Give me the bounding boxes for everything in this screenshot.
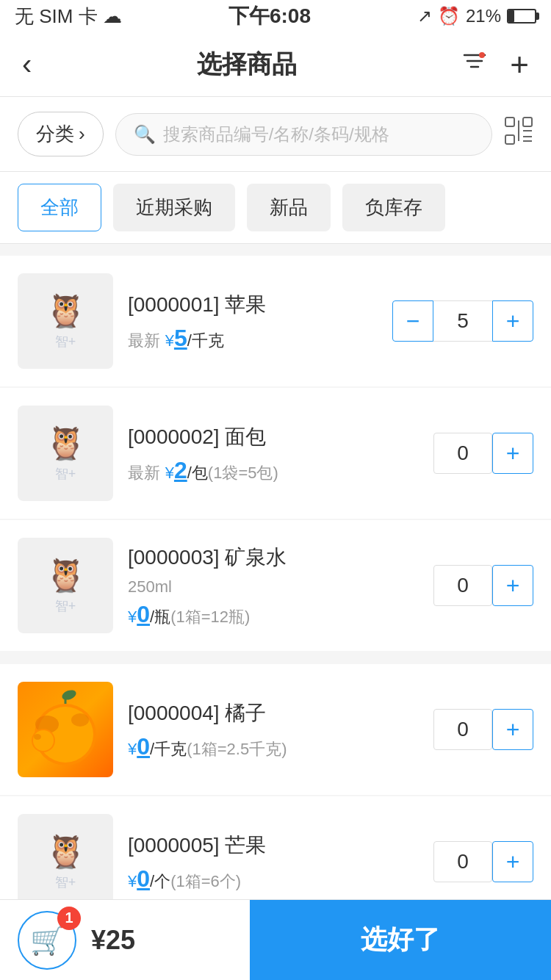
quantity-control-p3: +	[433, 565, 533, 606]
svg-rect-5	[523, 118, 532, 126]
back-button[interactable]: ‹	[22, 48, 32, 81]
product-price-p5: ¥0/个(1箱=6个)	[128, 865, 419, 893]
product-info-p4: [0000004] 橘子 ¥0/千克(1箱=2.5千克)	[128, 699, 419, 760]
cart-icon: 🛒	[30, 924, 65, 956]
category-arrow-icon: ›	[79, 123, 85, 145]
alarm-icon: ⏰	[438, 6, 460, 26]
quantity-plus-p4[interactable]: +	[492, 709, 533, 750]
quantity-control-p5: +	[433, 841, 533, 882]
product-name-p2: [0000002] 面包	[128, 423, 419, 451]
search-placeholder: 搜索商品编号/名称/条码/规格	[163, 123, 389, 146]
product-info-p2: [0000002] 面包 最新 ¥2/包(1袋=5包)	[128, 423, 419, 484]
svg-point-3	[479, 52, 485, 58]
placeholder-owl-icon: 🦉	[46, 292, 86, 330]
status-right: ↗ ⏰ 21%	[417, 6, 536, 26]
placeholder-owl-icon: 🦉	[46, 556, 86, 594]
product-price-p4: ¥0/千克(1箱=2.5千克)	[128, 733, 419, 760]
placeholder-brand-text: 智+	[55, 465, 76, 483]
search-icon: 🔍	[134, 124, 156, 145]
bottom-bar: 🛒 1 ¥25 选好了	[0, 899, 551, 980]
tab-negative[interactable]: 负库存	[342, 184, 445, 231]
sim-status: 无 SIM 卡 ☁	[15, 4, 122, 29]
quantity-input-p3[interactable]	[433, 565, 492, 606]
quantity-control-p2: +	[433, 433, 533, 474]
cart-icon-button[interactable]: 🛒 1	[18, 911, 76, 970]
orange-image-svg	[18, 682, 113, 777]
svg-point-19	[34, 734, 41, 740]
product-image-p4	[18, 682, 113, 777]
product-image-p1: 🦉 智+	[18, 273, 113, 369]
product-spec-p3: 250ml	[128, 577, 419, 597]
placeholder-brand-text: 智+	[55, 873, 76, 891]
location-icon: ↗	[417, 6, 432, 26]
placeholder-owl-icon: 🦉	[46, 832, 86, 871]
product-image-p5: 🦉 智+	[18, 814, 113, 909]
quantity-minus-p1[interactable]: −	[392, 300, 433, 342]
cart-total-price: ¥25	[91, 925, 135, 956]
product-list: 🦉 智+ [0000001] 苹果 最新 ¥5/千克 − + 🦉 智+	[0, 256, 551, 980]
tab-recent[interactable]: 近期采购	[113, 184, 235, 231]
quantity-plus-p1[interactable]: +	[492, 300, 533, 342]
category-label: 分类	[36, 121, 74, 147]
product-image-p3: 🦉 智+	[18, 538, 113, 633]
category-button[interactable]: 分类 ›	[18, 112, 104, 156]
product-item-p2: 🦉 智+ [0000002] 面包 最新 ¥2/包(1袋=5包) +	[0, 388, 551, 519]
quantity-input-p1[interactable]	[433, 300, 492, 342]
filter-bar: 分类 › 🔍 搜索商品编号/名称/条码/规格	[0, 97, 551, 172]
quantity-plus-p3[interactable]: +	[492, 565, 533, 606]
quantity-input-p2[interactable]	[433, 433, 492, 474]
status-left: 无 SIM 卡 ☁	[15, 4, 122, 29]
product-image-p2: 🦉 智+	[18, 406, 113, 501]
add-icon[interactable]: +	[510, 46, 529, 83]
filter-icon[interactable]	[461, 48, 488, 81]
quantity-control-p4: +	[433, 709, 533, 750]
tab-all[interactable]: 全部	[18, 184, 101, 231]
placeholder-brand-text: 智+	[55, 597, 76, 615]
cart-section: 🛒 1 ¥25	[0, 911, 250, 970]
section-divider-2	[0, 652, 551, 664]
product-item-p1: 🦉 智+ [0000001] 苹果 最新 ¥5/千克 − +	[0, 256, 551, 386]
battery-icon	[507, 9, 536, 24]
section-divider	[0, 244, 551, 256]
confirm-button[interactable]: 选好了	[250, 900, 551, 981]
product-name-p4: [0000004] 橘子	[128, 699, 419, 727]
cart-badge: 1	[57, 907, 81, 930]
svg-point-16	[61, 688, 78, 702]
page-title: 选择商品	[197, 48, 297, 82]
product-name-p5: [0000005] 芒果	[128, 832, 419, 860]
product-info-p5: [0000005] 芒果 ¥0/个(1箱=6个)	[128, 832, 419, 893]
product-item-p3: 🦉 智+ [0000003] 矿泉水 250ml ¥0/瓶(1箱=12瓶) +	[0, 520, 551, 651]
nav-right-actions: +	[461, 46, 529, 83]
battery-percent: 21%	[466, 6, 501, 26]
product-name-p1: [0000001] 苹果	[128, 291, 378, 319]
tabs-bar: 全部 近期采购 新品 负库存	[0, 172, 551, 244]
svg-point-18	[33, 730, 54, 751]
status-time: 下午6:08	[228, 2, 311, 30]
status-bar: 无 SIM 卡 ☁ 下午6:08 ↗ ⏰ 21%	[0, 0, 551, 32]
quantity-plus-p2[interactable]: +	[492, 433, 533, 474]
product-price-p2: 最新 ¥2/包(1袋=5包)	[128, 457, 419, 484]
search-box[interactable]: 🔍 搜索商品编号/名称/条码/规格	[115, 113, 492, 156]
placeholder-owl-icon: 🦉	[46, 424, 86, 462]
product-price-p1: 最新 ¥5/千克	[128, 325, 378, 352]
svg-rect-6	[505, 135, 514, 144]
svg-point-14	[71, 713, 89, 727]
quantity-plus-p5[interactable]: +	[492, 841, 533, 882]
quantity-input-p4[interactable]	[433, 709, 492, 750]
product-info-p1: [0000001] 苹果 最新 ¥5/千克	[128, 291, 378, 352]
product-price-p3: ¥0/瓶(1箱=12瓶)	[128, 601, 419, 628]
placeholder-brand-text: 智+	[55, 333, 76, 350]
tab-new[interactable]: 新品	[247, 184, 331, 231]
product-info-p3: [0000003] 矿泉水 250ml ¥0/瓶(1箱=12瓶)	[128, 544, 419, 628]
quantity-control-p1: − +	[392, 300, 533, 342]
svg-rect-4	[505, 118, 514, 126]
product-item-p4: [0000004] 橘子 ¥0/千克(1箱=2.5千克) +	[0, 664, 551, 795]
quantity-input-p5[interactable]	[433, 841, 492, 882]
nav-bar: ‹ 选择商品 +	[0, 32, 551, 97]
product-name-p3: [0000003] 矿泉水	[128, 544, 419, 572]
scan-icon[interactable]	[504, 116, 533, 152]
